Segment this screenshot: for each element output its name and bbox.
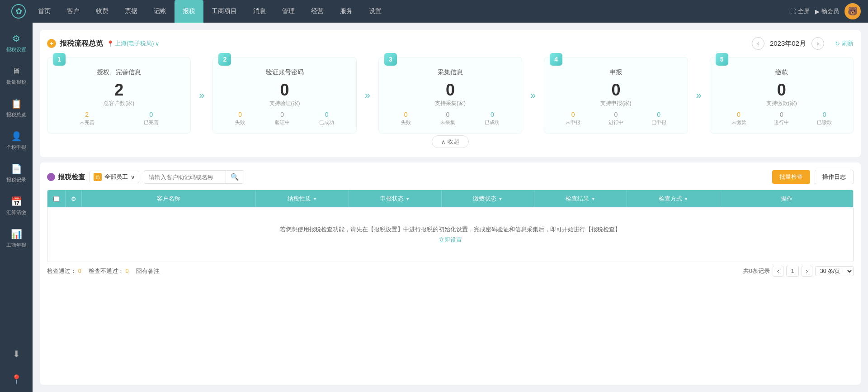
sidebar-item-annual-report[interactable]: 📊 工商年报 <box>0 222 33 254</box>
next-page-btn[interactable]: › <box>802 266 812 277</box>
stat-paid[interactable]: 0 已缴款 <box>817 111 832 126</box>
nav-items: 首页 客户 收费 票据 记账 报税 工商项目 消息 管理 经营 服务 设置 <box>30 0 790 23</box>
gear-icon: ⚙ <box>71 196 76 202</box>
collapse-btn[interactable]: ∧ 收起 <box>432 135 469 148</box>
card-stats-4: 0 未申报 0 进行中 0 已申报 <box>552 111 680 126</box>
th-check-method[interactable]: 检查方式 ▼ <box>627 190 720 207</box>
th-check-result[interactable]: 检查结果 ▼ <box>534 190 627 207</box>
flow-card-2: 2 验证账号密码 0 支持验证(家) 0 失败 0 验证中 <box>212 57 356 134</box>
stat-fail-3[interactable]: 0 失败 <box>401 111 411 126</box>
collapse-label: 收起 <box>448 138 459 146</box>
refresh-label: 刷新 <box>842 39 854 48</box>
nav-operation[interactable]: 经营 <box>303 0 332 23</box>
prev-page-btn[interactable]: ‹ <box>773 266 783 277</box>
check-pass-count[interactable]: 0 <box>78 268 81 274</box>
stat-not-paid[interactable]: 0 未缴款 <box>731 111 746 126</box>
th-gear[interactable]: ⚙ <box>66 190 82 207</box>
nav-home[interactable]: 首页 <box>30 0 59 23</box>
sidebar-item-personal-tax[interactable]: 👤 个税申报 <box>0 124 33 157</box>
nav-charge[interactable]: 收费 <box>88 0 117 23</box>
tax-check-section: 报税检查 员 全部员工 ∨ 🔍 批量检查 操作日志 <box>40 163 861 385</box>
nav-tax[interactable]: 报税 <box>175 0 203 23</box>
sidebar-label-bulk-tax: 批量报税 <box>6 79 26 85</box>
stat-paying-label: 进行中 <box>774 119 789 126</box>
card-title-5: 缴款 <box>717 68 846 76</box>
stat-paying[interactable]: 0 进行中 <box>774 111 789 126</box>
select-all-checkbox[interactable] <box>53 196 59 202</box>
th-checkbox[interactable] <box>47 190 66 207</box>
filter-icon-5: ▼ <box>684 196 689 201</box>
logo: ✿ <box>7 0 30 23</box>
nav-management[interactable]: 管理 <box>274 0 303 23</box>
tax-check-title: 报税检查 <box>47 173 85 182</box>
nav-service[interactable]: 服务 <box>332 0 361 23</box>
overview-location[interactable]: 📍 上海(电子税局) ∨ <box>107 39 160 48</box>
stat-not-declared[interactable]: 0 未申报 <box>566 111 580 126</box>
sidebar-item-tax-settings[interactable]: ⚙ 报税设置 <box>0 26 33 59</box>
nav-invoice[interactable]: 票据 <box>117 0 146 23</box>
month-navigation: ‹ 2023年02月 › <box>752 37 824 50</box>
nav-message[interactable]: 消息 <box>245 0 274 23</box>
stat-declaring[interactable]: 0 进行中 <box>609 111 623 126</box>
footer-right: 共0条记录 ‹ 1 › 30 条/页 50 条/页 100 条/页 <box>743 266 854 277</box>
sidebar-item-tax-record[interactable]: 📄 报税记录 <box>0 157 33 189</box>
fullscreen-btn[interactable]: ⛶ 全屏 <box>790 7 810 15</box>
page-size-select[interactable]: 30 条/页 50 条/页 100 条/页 <box>815 266 854 276</box>
nav-settings[interactable]: 设置 <box>361 0 390 23</box>
prev-month-btn[interactable]: ‹ <box>752 37 764 50</box>
stat-fail-2[interactable]: 0 失败 <box>235 111 245 126</box>
content-area: + 报税流程总览 📍 上海(电子税局) ∨ ‹ 2023年02月 › ↻ 刷新 <box>33 23 868 392</box>
card-step-4: 4 <box>550 53 562 66</box>
filter-icon-1: ▼ <box>313 196 317 201</box>
sidebar-location-btn[interactable]: 📍 <box>0 367 33 392</box>
check-fail-count[interactable]: 0 <box>125 268 128 274</box>
vip-btn[interactable]: ▶ 畅会员 <box>815 7 839 15</box>
stat-collected[interactable]: 0 已成功 <box>485 111 500 126</box>
stat-verified[interactable]: 0 已成功 <box>319 111 334 126</box>
flow-card-5: 5 缴款 0 支持缴款(家) 0 未缴款 0 进行中 <box>710 57 854 134</box>
mascot-avatar[interactable]: 🐻 <box>844 3 861 19</box>
th-customer-name[interactable]: 客户名称 <box>82 190 256 207</box>
stat-incomplete[interactable]: 2 未完善 <box>80 111 94 126</box>
search-btn[interactable]: 🔍 <box>226 171 244 183</box>
top-navigation: ✿ 首页 客户 收费 票据 记账 报税 工商项目 消息 管理 经营 服务 设置 … <box>0 0 868 23</box>
card-count-2: 0 <box>220 80 349 100</box>
employee-filter[interactable]: 员 全部员工 ∨ <box>90 171 139 183</box>
stat-verifying[interactable]: 0 验证中 <box>275 111 290 126</box>
nav-bookkeeping[interactable]: 记账 <box>146 0 175 23</box>
stat-not-paid-label: 未缴款 <box>731 119 746 126</box>
stat-not-collected[interactable]: 0 未采集 <box>440 111 455 126</box>
card-step-5: 5 <box>716 53 728 66</box>
overview-header: + 报税流程总览 📍 上海(电子税局) ∨ ‹ 2023年02月 › ↻ 刷新 <box>47 37 854 50</box>
bulk-check-btn[interactable]: 批量检查 <box>772 170 810 184</box>
sidebar-download-btn[interactable]: ⬇ <box>0 341 33 367</box>
arrow-3-4: » <box>522 57 544 134</box>
sidebar-item-bulk-tax[interactable]: 🖥 批量报税 <box>0 59 33 91</box>
overview-section: + 报税流程总览 📍 上海(电子税局) ∨ ‹ 2023年02月 › ↻ 刷新 <box>40 30 861 157</box>
refresh-btn[interactable]: ↻ 刷新 <box>835 39 854 48</box>
sidebar-item-tax-overview[interactable]: 📋 报税总览 <box>0 91 33 124</box>
stat-complete-label: 已完善 <box>144 119 159 126</box>
operation-log-btn[interactable]: 操作日志 <box>815 170 854 184</box>
th-declare-status[interactable]: 申报状态 ▼ <box>349 190 442 207</box>
nav-customer[interactable]: 客户 <box>59 0 88 23</box>
th-tax-nature[interactable]: 纳税性质 ▼ <box>256 190 349 207</box>
th-pay-status[interactable]: 缴费状态 ▼ <box>442 190 534 207</box>
nav-business[interactable]: 工商项目 <box>203 0 245 23</box>
th-declare-status-label: 申报状态 <box>380 195 404 203</box>
stat-complete[interactable]: 0 已完善 <box>144 111 159 126</box>
stat-incomplete-label: 未完善 <box>80 119 94 126</box>
stat-incomplete-value: 2 <box>85 111 89 118</box>
total-records: 共0条记录 <box>743 267 770 275</box>
search-input[interactable] <box>144 172 226 183</box>
stat-declared[interactable]: 0 已申报 <box>651 111 666 126</box>
annual-report-icon: 📊 <box>10 228 23 240</box>
next-month-btn[interactable]: › <box>811 37 824 50</box>
card-desc-3: 支持采集(家) <box>386 100 514 107</box>
stat-verifying-label: 验证中 <box>275 119 290 126</box>
sidebar-item-annual-settlement[interactable]: 📅 汇算清缴 <box>0 189 33 222</box>
card-count-3: 0 <box>386 80 514 100</box>
collapse-icon: ∧ <box>441 139 446 145</box>
stat-not-collected-label: 未采集 <box>440 119 455 126</box>
setup-link[interactable]: 立即设置 <box>439 234 462 245</box>
